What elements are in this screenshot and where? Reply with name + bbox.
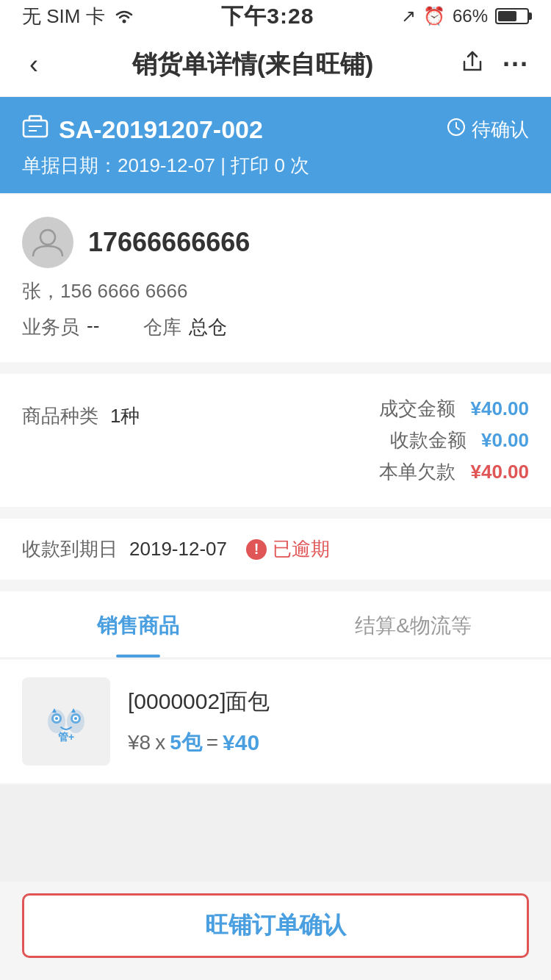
bottom-bar: 旺铺订单确认 — [0, 882, 551, 980]
date-value: 2019-12-07 — [118, 154, 215, 176]
product-name: [0000002]面包 — [128, 687, 529, 717]
salesman-label: 业务员 — [22, 314, 79, 340]
tabs: 销售商品 结算&物流等 — [0, 591, 551, 658]
carrier-label: 无 SIM 卡 — [22, 4, 105, 29]
nav-bar: ‹ 销货单详情(来自旺铺) ··· — [0, 32, 551, 97]
order-date: 单据日期：2019-12-07 | 打印 0 次 — [22, 153, 529, 179]
due-date-label: 收款到期日 — [22, 536, 118, 562]
tab-settlement[interactable]: 结算&物流等 — [276, 591, 551, 657]
salesman-value: -- — [87, 314, 99, 340]
owed-row: 本单欠款 ¥40.00 — [379, 459, 529, 485]
nav-title: 销货单详情(来自旺铺) — [132, 48, 374, 82]
transaction-value: ¥40.00 — [470, 397, 529, 420]
status-bar-right: ↗ ⏰ 66% — [401, 6, 529, 26]
date-label: 单据日期： — [22, 154, 118, 176]
salesman-item: 业务员 -- — [22, 314, 99, 340]
product-thumbnail: 管+ — [22, 677, 110, 765]
svg-point-12 — [55, 717, 58, 720]
svg-point-0 — [122, 20, 126, 24]
svg-text:管+: 管+ — [58, 731, 74, 743]
battery-fill — [498, 11, 516, 21]
customer-name: 张，156 6666 6666 — [22, 278, 529, 304]
svg-point-13 — [74, 717, 77, 720]
warehouse-value: 总仓 — [189, 314, 227, 340]
order-id-text: SA-20191207-002 — [59, 115, 263, 144]
svg-point-5 — [40, 230, 55, 245]
location-icon: ↗ — [401, 6, 416, 26]
battery-percent: 66% — [453, 6, 488, 26]
more-button[interactable]: ··· — [503, 49, 529, 80]
owed-value: ¥40.00 — [470, 461, 529, 483]
order-icon — [22, 115, 48, 144]
status-bar-left: 无 SIM 卡 — [22, 4, 134, 29]
warehouse-item: 仓库 总仓 — [143, 314, 227, 340]
multiply-sign: x — [155, 731, 165, 754]
clock-icon — [447, 118, 466, 142]
wifi-icon — [114, 9, 134, 24]
customer-avatar — [22, 217, 73, 268]
due-date-card: 收款到期日 2019-12-07 ! 已逾期 — [0, 519, 551, 580]
confirm-order-button[interactable]: 旺铺订单确认 — [22, 893, 529, 958]
customer-row: 17666666666 — [22, 217, 529, 268]
overdue-icon: ! — [246, 539, 267, 560]
due-date-value: 2019-12-07 — [129, 538, 227, 561]
svg-rect-1 — [24, 120, 47, 137]
nav-actions: ··· — [460, 49, 529, 80]
overdue-text: 已逾期 — [273, 536, 330, 562]
product-types: 商品种类 1种 — [22, 396, 140, 429]
received-row: 收款金额 ¥0.00 — [390, 428, 529, 453]
share-button[interactable] — [460, 49, 485, 80]
status-bar-time: 下午3:28 — [221, 1, 314, 32]
product-qty: 5包 — [170, 729, 202, 757]
table-row: 管+ [0000002]面包 ¥8 x 5包 = ¥40 — [0, 660, 551, 783]
summary-left: 商品种类 1种 — [22, 396, 140, 429]
status-bar: 无 SIM 卡 下午3:28 ↗ ⏰ 66% — [0, 0, 551, 32]
customer-phone: 17666666666 — [88, 227, 250, 258]
battery-bar — [495, 8, 529, 24]
owed-label: 本单欠款 — [379, 459, 455, 485]
equals-sign: = — [206, 731, 218, 754]
product-types-label: 商品种类 — [22, 403, 98, 429]
order-status: 待确认 — [447, 117, 529, 143]
overdue-badge: ! 已逾期 — [246, 536, 330, 562]
order-status-text: 待确认 — [472, 117, 529, 143]
transaction-row: 成交金额 ¥40.00 — [379, 396, 529, 422]
order-header: SA-20191207-002 待确认 单据日期：2019-12-07 | 打印… — [0, 97, 551, 193]
order-id: SA-20191207-002 — [22, 115, 263, 144]
product-price-row: ¥8 x 5包 = ¥40 — [128, 729, 529, 757]
summary-card: 商品种类 1种 成交金额 ¥40.00 收款金额 ¥0.00 本单欠款 ¥40.… — [0, 374, 551, 507]
product-info: [0000002]面包 ¥8 x 5包 = ¥40 — [128, 687, 529, 757]
product-types-value: 1种 — [110, 403, 140, 429]
order-id-row: SA-20191207-002 待确认 — [22, 115, 529, 144]
back-button[interactable]: ‹ — [22, 42, 46, 87]
product-price: ¥8 — [128, 731, 151, 754]
warehouse-label: 仓库 — [143, 314, 181, 340]
product-total: ¥40 — [223, 730, 259, 755]
print-info: 打印 0 次 — [231, 154, 309, 176]
product-list: 管+ [0000002]面包 ¥8 x 5包 = ¥40 — [0, 660, 551, 783]
received-value: ¥0.00 — [481, 429, 529, 452]
tab-sales-products[interactable]: 销售商品 — [0, 591, 276, 657]
received-label: 收款金额 — [390, 428, 467, 453]
customer-meta: 业务员 -- 仓库 总仓 — [22, 314, 529, 340]
transaction-label: 成交金额 — [379, 396, 455, 422]
customer-card: 17666666666 张，156 6666 6666 业务员 -- 仓库 总仓 — [0, 195, 551, 362]
summary-right: 成交金额 ¥40.00 收款金额 ¥0.00 本单欠款 ¥40.00 — [379, 396, 529, 485]
alarm-icon: ⏰ — [423, 6, 445, 26]
